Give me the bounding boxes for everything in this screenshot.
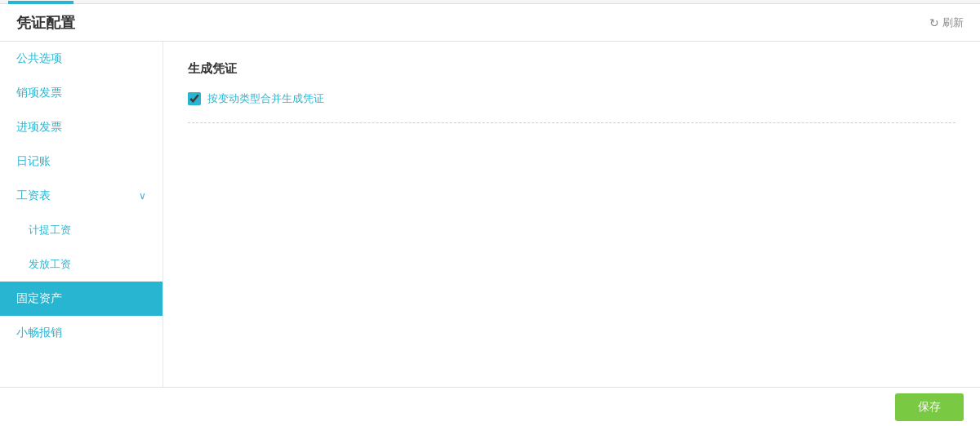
footer: 保存	[0, 387, 980, 426]
sidebar-item-sales-invoice[interactable]: 销项发票	[0, 76, 163, 110]
sidebar-item-purchase-invoice[interactable]: 进项发票	[0, 110, 163, 144]
page-title: 凭证配置	[16, 13, 75, 33]
sidebar-item-calc-salary[interactable]: 计提工资	[0, 213, 163, 247]
sidebar-item-pay-salary[interactable]: 发放工资	[0, 247, 163, 282]
sidebar-item-payroll-table[interactable]: 工资表∨	[0, 179, 163, 213]
sidebar-item-expense-report[interactable]: 小畅报销	[0, 316, 163, 350]
refresh-button[interactable]: ↻ 刷新	[929, 16, 964, 30]
content-area: 生成凭证 按变动类型合并生成凭证	[163, 42, 980, 387]
chevron-down-icon: ∨	[139, 190, 146, 202]
sidebar-item-label: 工资表	[16, 189, 51, 203]
page-header: 凭证配置 ↻ 刷新	[0, 4, 980, 42]
sidebar-item-label: 日记账	[16, 154, 51, 169]
save-button[interactable]: 保存	[895, 393, 964, 421]
merge-checkbox[interactable]	[188, 92, 201, 105]
divider	[188, 122, 956, 123]
sidebar-item-label: 固定资产	[16, 291, 62, 306]
refresh-label: 刷新	[942, 16, 964, 30]
checkbox-row: 按变动类型合并生成凭证	[188, 91, 956, 106]
sidebar-item-label: 公共选项	[16, 51, 62, 66]
section-title: 生成凭证	[188, 61, 956, 77]
refresh-icon: ↻	[929, 16, 939, 29]
sidebar-item-label: 销项发票	[16, 86, 62, 100]
sidebar-item-journal[interactable]: 日记账	[0, 144, 163, 179]
main-layout: 公共选项销项发票进项发票日记账工资表∨计提工资发放工资固定资产小畅报销 生成凭证…	[0, 42, 980, 387]
sidebar-item-public-options[interactable]: 公共选项	[0, 42, 163, 76]
sidebar-item-fixed-assets[interactable]: 固定资产	[0, 282, 163, 316]
sidebar-item-label: 发放工资	[29, 257, 71, 272]
sidebar-item-label: 计提工资	[29, 223, 71, 237]
sidebar: 公共选项销项发票进项发票日记账工资表∨计提工资发放工资固定资产小畅报销	[0, 42, 163, 387]
merge-checkbox-label[interactable]: 按变动类型合并生成凭证	[207, 91, 324, 106]
sidebar-item-label: 小畅报销	[16, 326, 62, 340]
sidebar-item-label: 进项发票	[16, 120, 62, 135]
